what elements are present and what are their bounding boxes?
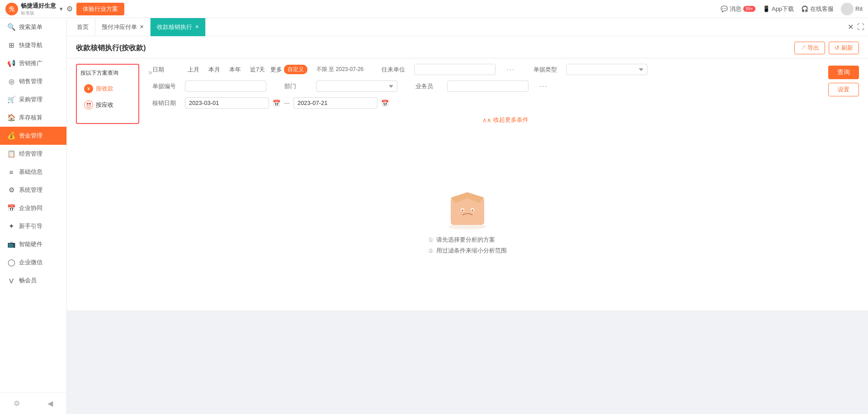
tab-prepay-close[interactable]: ✕: [140, 24, 144, 30]
empty-state: ① 请先选择要分析的方案 ② 用过滤条件来缩小分析范围: [67, 129, 868, 310]
sidebar-item-search[interactable]: 🔍 搜索菜单: [0, 18, 66, 36]
download-icon: 📱: [763, 5, 770, 12]
date-tab-more[interactable]: 更多: [270, 66, 282, 74]
voucher-type-select[interactable]: [566, 64, 647, 75]
refresh-label: 刷新: [841, 44, 853, 51]
sidebar-item-finance[interactable]: 💰 资金管理: [0, 127, 66, 145]
header-dropdown-arrow[interactable]: ▾: [60, 5, 63, 12]
date-tab-7days[interactable]: 近7天: [246, 65, 269, 75]
sidebar-label-wechat: 企业微信: [19, 258, 42, 266]
filter-option-by-receipt[interactable]: ¥ 按收款: [80, 81, 135, 96]
staff-dots[interactable]: ···: [539, 82, 548, 90]
tab-home[interactable]: 首页: [71, 18, 95, 36]
sidebar-item-management[interactable]: 📋 经营管理: [0, 145, 66, 163]
verify-date-end[interactable]: [293, 97, 377, 109]
sidebar-item-basic[interactable]: ≡ 基础信息: [0, 163, 66, 181]
tab-prepay-label: 预付冲应付单: [102, 23, 137, 31]
export-icon: ↗: [800, 44, 806, 51]
date-tab-last-month[interactable]: 上月: [184, 65, 203, 75]
sidebar-item-inventory[interactable]: 🏠 库存核算: [0, 109, 66, 127]
message-label: 消息: [730, 5, 741, 13]
tab-prepay[interactable]: 预付冲应付单 ✕: [95, 18, 151, 36]
inventory-icon: 🏠: [7, 114, 15, 122]
sidebar-label-basic: 基础信息: [19, 168, 42, 176]
top-header: 兔 畅捷通好生意 标准版 ▾ ⚙ 体验行业方案 💬 消息 99+ 📱 App下载…: [0, 0, 868, 18]
empty-icon-area: [440, 185, 495, 230]
tab-expand-btn[interactable]: ⛶: [857, 23, 864, 31]
counterpart-input[interactable]: [414, 64, 495, 75]
receivable-icon: ⏰: [84, 100, 93, 109]
sidebar-settings-btn[interactable]: ⚙: [11, 396, 23, 410]
sidebar-label-system: 系统管理: [19, 186, 42, 194]
date-tab-this-year[interactable]: 本年: [226, 65, 245, 75]
verify-date-label: 核销日期: [152, 99, 176, 107]
voucher-no-input[interactable]: [185, 81, 266, 92]
filter-option-by-receivable[interactable]: ⏰ 按应收: [80, 98, 135, 112]
sidebar-label-search: 搜索菜单: [19, 23, 42, 31]
empty-hint-2-text: 用过滤条件来缩小分析范围: [436, 247, 507, 255]
user-area[interactable]: Rit: [841, 3, 863, 15]
tab-close-all-btn[interactable]: ✕: [848, 23, 854, 31]
tab-collection[interactable]: 收款核销执行 ✕: [151, 18, 206, 36]
sidebar-label-nav: 快捷导航: [19, 41, 42, 49]
sidebar-item-guide[interactable]: ✦ 新手引导: [0, 217, 66, 235]
header-left: 兔 畅捷通好生意 标准版 ▾ ⚙ 体验行业方案: [5, 2, 124, 16]
export-button[interactable]: ↗ 导出: [794, 42, 826, 54]
sidebar-item-system[interactable]: ⚙ 系统管理: [0, 181, 66, 199]
system-icon: ⚙: [7, 186, 15, 194]
dept-select[interactable]: [316, 81, 397, 92]
query-button[interactable]: 查询: [828, 66, 859, 79]
filter-wrapper: 按以下方案查询 ¥ 按收款 ⏰ 按应收 »: [67, 58, 868, 129]
filter-row-verify-date: 核销日期 📅 — 📅: [152, 97, 828, 109]
username: Rit: [855, 5, 863, 12]
refresh-icon: ↺: [835, 44, 840, 51]
refresh-button[interactable]: ↺ 刷新: [829, 42, 859, 54]
receipt-icon: ¥: [84, 84, 93, 93]
sidebar-item-hardware[interactable]: 📺 智能硬件: [0, 235, 66, 253]
sidebar-item-purchase[interactable]: 🛒 采购管理: [0, 90, 66, 109]
date-sep: —: [284, 100, 290, 106]
page-header: 收款核销执行(按收款) ↗ 导出 ↺ 刷新: [67, 36, 868, 58]
sidebar-item-marketing[interactable]: 📢 营销推广: [0, 54, 66, 72]
date-tab-this-month[interactable]: 本月: [205, 65, 224, 75]
date-tab-custom[interactable]: 自定义: [284, 65, 307, 74]
message-action[interactable]: 💬 消息 99+: [721, 5, 755, 13]
edition-badge: 标准版: [21, 10, 56, 16]
verify-date-start[interactable]: [185, 97, 269, 109]
hardware-icon: 📺: [7, 240, 15, 248]
sidebar-collapse-btn[interactable]: ◀: [45, 396, 56, 410]
industry-button[interactable]: 体验行业方案: [76, 3, 124, 15]
filter-sidebar: 按以下方案查询 ¥ 按收款 ⏰ 按应收: [76, 64, 139, 124]
settings-icon[interactable]: ⚙: [66, 5, 73, 13]
tab-collection-close[interactable]: ✕: [195, 24, 199, 30]
sidebar-item-vip[interactable]: V 畅会员: [0, 271, 66, 290]
sales-icon: ◎: [7, 77, 15, 86]
message-badge: 99+: [743, 6, 755, 12]
sidebar-label-purchase: 采购管理: [19, 95, 42, 104]
sidebar-item-nav[interactable]: ⊞ 快捷导航: [0, 36, 66, 54]
tab-bar-actions: ✕ ⛶: [848, 23, 864, 31]
online-service-action[interactable]: 🎧 在线客服: [801, 5, 834, 13]
cal-end-icon[interactable]: 📅: [381, 100, 389, 107]
filter-settings-button[interactable]: 设置: [828, 83, 859, 96]
collab-icon: 📅: [7, 204, 15, 212]
sidebar-item-wechat[interactable]: ◯ 企业微信: [0, 253, 66, 271]
date-unlimited-text: 不限 至 2023-07-26: [316, 66, 363, 73]
cal-start-icon[interactable]: 📅: [273, 100, 280, 107]
filter-actions: 查询 设置: [828, 64, 859, 96]
sidebar-item-sales[interactable]: ◎ 销售管理: [0, 72, 66, 90]
export-label: 导出: [807, 44, 819, 51]
sidebar-label-collab: 企业协同: [19, 204, 42, 212]
empty-hint-1: ① 请先选择要分析的方案: [428, 236, 507, 244]
counterpart-dots[interactable]: ···: [506, 66, 515, 74]
sidebar-item-collab[interactable]: 📅 企业协同: [0, 199, 66, 217]
sidebar-label-hardware: 智能硬件: [19, 240, 42, 248]
staff-input[interactable]: [447, 81, 528, 92]
tab-home-label: 首页: [77, 23, 89, 31]
header-right: 💬 消息 99+ 📱 App下载 🎧 在线客服 Rit: [721, 3, 863, 15]
page-header-actions: ↗ 导出 ↺ 刷新: [794, 42, 859, 54]
filter-option-receivable-label: 按应收: [96, 101, 113, 109]
filter-sidebar-collapse[interactable]: »: [148, 68, 152, 76]
collapse-button[interactable]: ∧∧ 收起更多条件: [482, 116, 528, 124]
app-download-action[interactable]: 📱 App下载: [763, 5, 794, 13]
